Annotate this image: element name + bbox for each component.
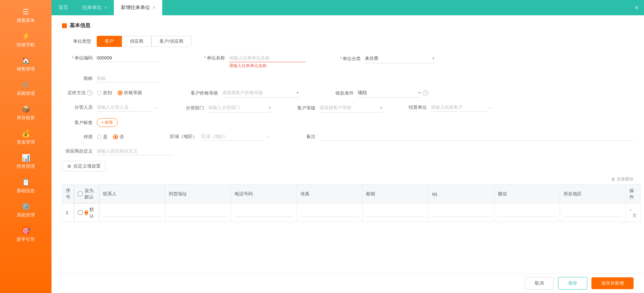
custom-setting-btn[interactable]: ⚙ 自定义项设置 bbox=[62, 161, 106, 171]
unit-name-label: *单位名称 bbox=[194, 55, 229, 61]
sidebar-item-search[interactable]: ☰ 搜索菜单 bbox=[0, 3, 52, 28]
alias-label: 简称 bbox=[62, 75, 97, 82]
payment-terms-help-icon[interactable]: ? bbox=[423, 90, 428, 96]
alias-input[interactable] bbox=[97, 74, 159, 83]
col-ops: 操作 bbox=[626, 185, 641, 203]
settlement-unit-more-icon[interactable]: ··· bbox=[487, 105, 492, 110]
field-customer-tag: 客户标签 + 标签 bbox=[62, 118, 634, 127]
cell-phone bbox=[231, 203, 297, 222]
cell-region bbox=[560, 203, 626, 222]
save-button[interactable]: 保存 bbox=[558, 277, 587, 290]
email-input[interactable] bbox=[366, 209, 425, 217]
contacts-table: 序号 设为默认 联系人 到货地址 电话号码 传真 邮箱 qq 微信 所在地区 操… bbox=[62, 184, 641, 222]
form-area: 基本信息 单位类型 客户 供应商 客户/供应商 *单位编码 *单位 bbox=[52, 15, 644, 273]
sales-icon: 🏠 bbox=[22, 56, 30, 65]
tabbar-close-btn[interactable]: × bbox=[635, 4, 644, 11]
unit-category-select[interactable]: 未分类 ▾ bbox=[365, 54, 434, 63]
col-email: 邮箱 bbox=[363, 185, 429, 203]
sidebar-label-inventory: 库存核算 bbox=[17, 115, 35, 121]
sidebar-item-purchase[interactable]: 🛒 采购管理 bbox=[0, 76, 52, 101]
save-new-button[interactable]: 保存并新增 bbox=[591, 277, 634, 289]
unit-type-btn-customer[interactable]: 客户 bbox=[97, 36, 122, 47]
cancel-button[interactable]: 取消 bbox=[525, 277, 554, 290]
manager-more-icon[interactable]: ··· bbox=[152, 105, 158, 110]
form-row-codes: *单位编码 *单位名称 请输入往来单位名称 *单位分类 bbox=[62, 54, 634, 69]
unit-name-input[interactable] bbox=[229, 54, 306, 62]
sidebar-item-system[interactable]: ⚙️ 系统管理 bbox=[0, 198, 52, 222]
field-alias: 简称 bbox=[62, 74, 180, 83]
customer-price-level-dropdown-icon: ▾ bbox=[297, 90, 299, 95]
department-select[interactable]: 请输入分管部门 ▾ bbox=[208, 103, 271, 113]
field-remark: 备注 bbox=[285, 132, 634, 141]
select-all-checkbox[interactable] bbox=[78, 192, 83, 196]
unit-code-label: *单位编码 bbox=[62, 55, 97, 61]
tab-partners[interactable]: 往来单位 × bbox=[75, 0, 114, 15]
delete-row-btn[interactable]: 🗑 bbox=[632, 213, 637, 218]
customer-level-select[interactable]: 请选择客户等级 ▾ bbox=[320, 103, 382, 113]
sidebar-label-guide: 新手引导 bbox=[17, 236, 35, 243]
phone-input[interactable] bbox=[235, 209, 293, 217]
sidebar-item-quick-nav[interactable]: ⚡ 快捷导航 bbox=[0, 28, 52, 52]
tab-new-partner[interactable]: 新增往来单位 × bbox=[114, 0, 162, 15]
unit-type-btn-both[interactable]: 客户/供应商 bbox=[151, 36, 191, 47]
default-radio-circle bbox=[85, 210, 88, 215]
batch-delete-btn[interactable]: 🗑 批量删除 bbox=[62, 176, 634, 182]
manager-input[interactable] bbox=[97, 103, 152, 112]
field-unit-code: *单位编码 bbox=[62, 54, 180, 62]
sidebar-item-basic[interactable]: 📋 基础信息 bbox=[0, 174, 52, 198]
pricing-discount-option[interactable]: 折扣 bbox=[97, 90, 112, 96]
quick-nav-icon: ⚡ bbox=[22, 32, 30, 40]
customer-tag-label: 客户标签 bbox=[62, 120, 97, 126]
address-input[interactable] bbox=[169, 209, 227, 217]
cell-address bbox=[165, 203, 231, 222]
field-manager: 分管人员 ··· bbox=[62, 103, 166, 112]
add-row-btn[interactable]: + bbox=[629, 207, 632, 213]
default-radio-item[interactable]: 默认 bbox=[85, 206, 95, 219]
qq-input[interactable] bbox=[432, 209, 490, 217]
tab-close-partners[interactable]: × bbox=[104, 5, 107, 10]
settlement-unit-input[interactable] bbox=[431, 103, 487, 112]
field-department: 分管部门 请输入分管部门 ▾ bbox=[173, 103, 278, 113]
custom-setting-icon: ⚙ bbox=[67, 164, 71, 169]
field-region: 区域（地区） ··· bbox=[166, 132, 278, 141]
contact-input[interactable] bbox=[103, 209, 162, 217]
fax-input[interactable] bbox=[300, 209, 359, 217]
tab-close-new-partner[interactable]: × bbox=[153, 5, 155, 10]
supplier-custom-input[interactable] bbox=[97, 147, 173, 155]
customer-price-level-select[interactable]: 请选择客户价格等级 ▾ bbox=[222, 88, 299, 98]
pricing-help-icon[interactable]: ? bbox=[87, 90, 93, 96]
disabled-yes-option[interactable]: 是 bbox=[97, 134, 108, 140]
payment-terms-dropdown-icon: ▾ bbox=[418, 90, 421, 95]
col-fax: 传真 bbox=[297, 185, 363, 203]
sidebar-item-sales[interactable]: 🏠 销售管理 bbox=[0, 52, 52, 76]
sidebar-label-operations: 经营管理 bbox=[17, 163, 35, 170]
field-supplier-custom: 供应商自定义 bbox=[62, 147, 201, 155]
form-row-tag: 客户标签 + 标签 bbox=[62, 118, 634, 127]
remark-input[interactable] bbox=[320, 132, 634, 141]
sidebar-item-inventory[interactable]: 📦 库存核算 bbox=[0, 101, 52, 125]
wechat-input[interactable] bbox=[498, 209, 556, 217]
supplier-custom-label: 供应商自定义 bbox=[62, 148, 97, 154]
field-pricing-method: 定价方法 ? 折扣 价格等级 bbox=[62, 88, 180, 97]
payment-terms-select[interactable]: 现结 ▾ bbox=[358, 88, 421, 98]
region-more-icon[interactable]: ··· bbox=[264, 134, 269, 139]
add-tag-btn[interactable]: + 标签 bbox=[97, 118, 118, 127]
form-row-manager: 分管人员 ··· 分管部门 请输入分管部门 ▾ 客户等级 请选择客户等级 ▾ bbox=[62, 103, 634, 113]
payment-terms-value: 现结 bbox=[358, 90, 418, 96]
sidebar-item-finance[interactable]: 💰 资金管理 bbox=[0, 125, 52, 149]
cell-qq bbox=[429, 203, 494, 222]
sidebar-item-operations[interactable]: 📊 经营管理 bbox=[0, 149, 52, 174]
department-placeholder: 请输入分管部门 bbox=[208, 105, 269, 111]
pricing-level-option[interactable]: 价格等级 bbox=[118, 90, 142, 96]
unit-code-input[interactable] bbox=[97, 54, 159, 62]
unit-type-btn-supplier[interactable]: 供应商 bbox=[122, 36, 151, 47]
tab-home[interactable]: 首页 bbox=[52, 0, 75, 15]
disabled-no-option[interactable]: 否 bbox=[113, 134, 124, 140]
region-cell-input[interactable] bbox=[564, 209, 622, 217]
region-input[interactable] bbox=[201, 132, 264, 141]
sidebar-item-guide[interactable]: 🎯 新手引导 bbox=[0, 222, 52, 247]
sidebar-label-system: 系统管理 bbox=[17, 212, 35, 218]
row-checkbox[interactable] bbox=[78, 210, 83, 215]
disabled-label: 停用 bbox=[62, 134, 97, 140]
unit-category-value: 未分类 bbox=[365, 55, 432, 62]
